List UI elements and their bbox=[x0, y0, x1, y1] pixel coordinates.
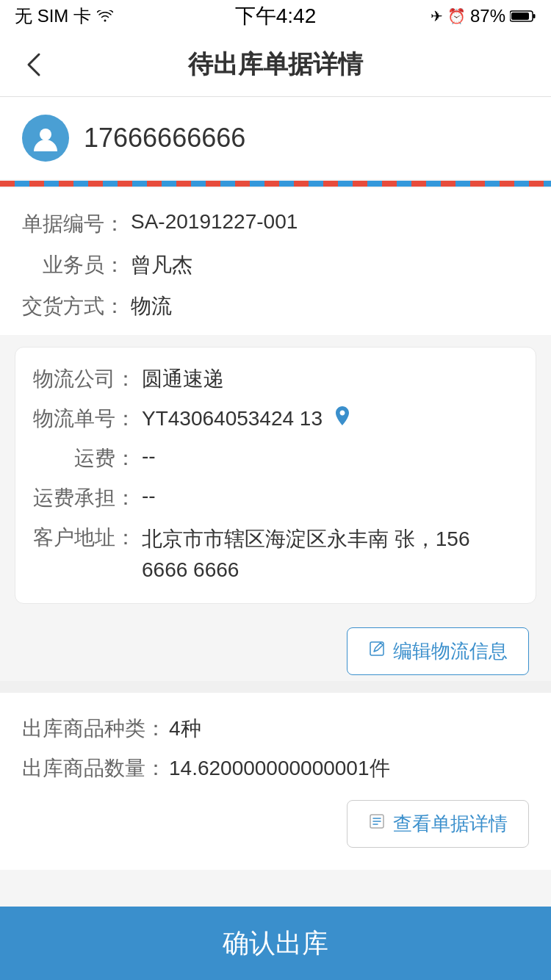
svg-rect-1 bbox=[533, 14, 536, 18]
address-label: 客户地址： bbox=[33, 524, 136, 552]
doc-info-section: 单据编号： SA-20191227-001 业务员： 曾凡杰 交货方式： 物流 bbox=[0, 188, 551, 335]
address-row: 客户地址： 北京市市辖区海淀区永丰南 张，156 6666 6666 bbox=[33, 524, 518, 586]
salesman-value: 曾凡杰 bbox=[125, 251, 529, 279]
user-section: 17666666666 bbox=[0, 97, 551, 179]
edit-logistics-button[interactable]: 编辑物流信息 bbox=[347, 627, 529, 675]
status-bar: 无 SIM 卡 下午4:42 ✈ ⏰ 87% bbox=[0, 0, 551, 32]
salesman-row: 业务员： 曾凡杰 bbox=[22, 251, 529, 279]
product-quantity-label: 出库商品数量： bbox=[22, 754, 169, 782]
product-quantity-row: 出库商品数量： 14.620000000000001件 bbox=[22, 754, 529, 782]
status-bar-time: 下午4:42 bbox=[235, 2, 317, 30]
freight-label: 运费： bbox=[33, 444, 136, 472]
doc-number-label: 单据编号： bbox=[22, 210, 125, 238]
status-bar-right: ✈ ⏰ 87% bbox=[431, 6, 536, 26]
product-type-row: 出库商品种类： 4种 bbox=[22, 715, 529, 743]
battery-icon bbox=[510, 10, 536, 23]
list-icon bbox=[368, 813, 386, 835]
product-type-value: 4种 bbox=[169, 715, 529, 743]
logistics-card: 物流公司： 圆通速递 物流单号： YT43064053424 13 运费： --… bbox=[15, 347, 536, 604]
tracking-number: YT43064053424 13 bbox=[142, 407, 323, 430]
dashed-divider bbox=[0, 181, 551, 187]
product-type-label: 出库商品种类： bbox=[22, 715, 169, 743]
logistics-tracking-value: YT43064053424 13 bbox=[136, 405, 518, 433]
freight-value: -- bbox=[136, 444, 518, 468]
svg-point-3 bbox=[40, 129, 51, 140]
salesman-label: 业务员： bbox=[22, 251, 125, 279]
logistics-company-label: 物流公司： bbox=[33, 365, 136, 393]
doc-number-row: 单据编号： SA-20191227-001 bbox=[22, 210, 529, 238]
freight-row: 运费： -- bbox=[33, 444, 518, 472]
freight-bearer-row: 运费承担： -- bbox=[33, 484, 518, 512]
view-detail-button[interactable]: 查看单据详情 bbox=[347, 800, 529, 848]
freight-bearer-value: -- bbox=[136, 484, 518, 508]
freight-bearer-label: 运费承担： bbox=[33, 484, 136, 512]
logistics-tracking-label: 物流单号： bbox=[33, 405, 136, 433]
product-section: 出库商品种类： 4种 出库商品数量： 14.620000000000001件 查… bbox=[0, 693, 551, 870]
confirm-button-label: 确认出库 bbox=[223, 926, 328, 962]
carrier-label: 无 SIM 卡 bbox=[15, 4, 91, 28]
delivery-method-value: 物流 bbox=[125, 292, 529, 320]
edit-icon bbox=[368, 640, 386, 663]
logistics-tracking-row: 物流单号： YT43064053424 13 bbox=[33, 405, 518, 433]
battery-label: 87% bbox=[470, 6, 505, 26]
address-value: 北京市市辖区海淀区永丰南 张，156 6666 6666 bbox=[136, 524, 518, 586]
edit-logistics-btn-wrap: 编辑物流信息 bbox=[0, 616, 551, 681]
wifi-icon bbox=[97, 6, 113, 26]
section-separator bbox=[0, 681, 551, 693]
delivery-method-row: 交货方式： 物流 bbox=[22, 292, 529, 320]
avatar bbox=[22, 115, 69, 162]
view-detail-label: 查看单据详情 bbox=[393, 811, 508, 837]
doc-number-value: SA-20191227-001 bbox=[125, 210, 529, 234]
view-detail-btn-wrap: 查看单据详情 bbox=[22, 794, 529, 848]
nav-bar: 待出库单据详情 bbox=[0, 32, 551, 97]
alarm-icon: ⏰ bbox=[447, 7, 466, 25]
user-phone: 17666666666 bbox=[84, 123, 245, 154]
page-title: 待出库单据详情 bbox=[188, 48, 363, 82]
location-active-icon: ✈ bbox=[431, 7, 443, 25]
status-bar-left: 无 SIM 卡 bbox=[15, 4, 113, 28]
logistics-company-row: 物流公司： 圆通速递 bbox=[33, 365, 518, 393]
svg-rect-2 bbox=[511, 12, 529, 20]
logistics-company-value: 圆通速递 bbox=[136, 365, 518, 393]
confirm-bar[interactable]: 确认出库 bbox=[0, 907, 551, 980]
tracking-location-icon[interactable] bbox=[331, 405, 353, 433]
delivery-method-label: 交货方式： bbox=[22, 292, 125, 320]
product-quantity-value: 14.620000000000001件 bbox=[169, 754, 529, 782]
back-button[interactable] bbox=[18, 48, 50, 81]
edit-logistics-label: 编辑物流信息 bbox=[393, 638, 508, 664]
